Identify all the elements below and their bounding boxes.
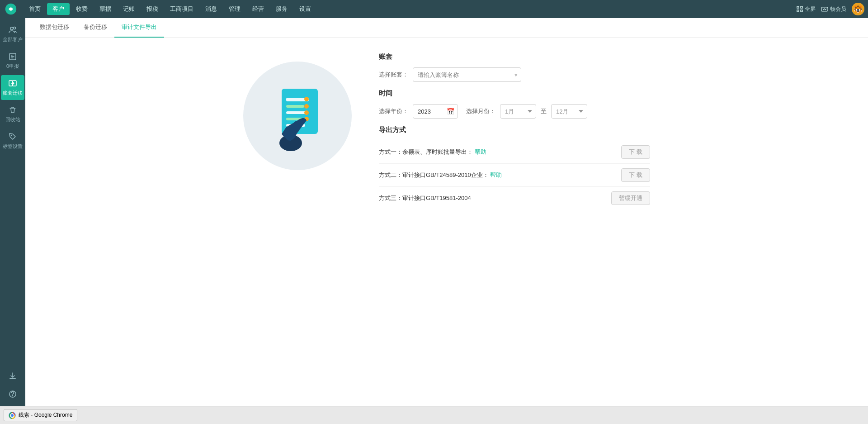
nav-settings[interactable]: 设置 [294,3,316,15]
nav-tax[interactable]: 报税 [141,3,164,15]
svg-rect-4 [797,10,799,12]
taskbar: 线索 - Google Chrome [0,406,868,424]
svg-rect-18 [286,111,307,114]
export-method-3: 方式三：审计接口GB/T19581-2004 暂缓开通 [379,187,650,210]
account-label: 选择账套： [379,71,408,79]
content-area: 数据包迁移 备份迁移 审计文件导出 [25,18,868,406]
export-method-2: 方式二：审计接口GB/T24589-2010企业： 帮助 下 载 [379,164,650,187]
method-1-label: 方式一：余额表、序时账批量导出： [379,148,473,155]
export-method-1: 方式一：余额表、序时账批量导出： 帮助 下 载 [379,141,650,164]
sidebar-item-migrate[interactable]: 账套迁移 [1,75,24,100]
nav-manage[interactable]: 管理 [223,3,246,15]
sidebar-item-download[interactable] [1,368,24,384]
time-row: 选择年份： 📅 选择月份： 1月2月3月4月 5月6月7月8月 9月10月11月… [379,104,650,119]
nav-business[interactable]: 工商项目 [165,3,199,15]
time-section-title: 时间 [379,89,650,98]
nav-items: 首页 客户 收费 票据 记账 报税 工商项目 消息 管理 经营 服务 设置 [24,3,797,15]
fullscreen-button[interactable]: 全屏 [797,5,816,13]
nav-invoice[interactable]: 票据 [94,3,117,15]
svg-rect-2 [797,6,799,8]
svg-rect-17 [286,105,304,108]
year-input[interactable] [413,104,458,119]
account-row: 选择账套： ▾ [379,67,650,82]
sidebar-item-trash[interactable]: 回收站 [1,102,24,127]
export-section-title: 导出方式 [379,126,650,134]
svg-point-22 [304,104,309,109]
sidebar-item-help[interactable] [1,386,24,402]
main-layout: 全部客户 0申报 账套迁移 回收站 [0,18,868,406]
account-section-title: 账套 [379,52,650,61]
nav-operate[interactable]: 经营 [247,3,269,15]
svg-rect-3 [801,6,802,8]
illustration [243,62,352,170]
taskbar-item-label: 线索 - Google Chrome [19,411,72,419]
year-input-wrap: 📅 [413,104,458,119]
method-2-help-link[interactable]: 帮助 [490,172,502,178]
sidebar-item-all-customers[interactable]: 全部客户 [1,22,24,47]
nav-fee[interactable]: 收费 [71,3,93,15]
sidebar-label-zero-report: 0申报 [6,63,19,70]
sidebar-label-all-customers: 全部客户 [3,36,23,43]
svg-point-7 [10,27,13,30]
svg-rect-13 [9,378,16,379]
taskbar-chrome-item[interactable]: 线索 - Google Chrome [4,409,77,421]
method-3-label: 方式三：审计接口GB/T19581-2004 [379,195,471,201]
content-wrapper: 账套 选择账套： ▾ 时间 选择年份： [243,52,650,210]
svg-point-21 [304,97,309,101]
tab-data-migration[interactable]: 数据包迁移 [33,18,76,38]
month-label: 选择月份： [466,107,495,115]
method-2-label: 方式二：审计接口GB/T24589-2010企业： [379,172,489,178]
method-1-download-button[interactable]: 下 载 [621,145,650,159]
svg-rect-5 [801,10,802,12]
month-end-select[interactable]: 1月2月3月4月 5月6月7月8月 9月10月11月12月 [551,104,587,119]
form-panel: 账套 选择账套： ▾ 时间 选择年份： [379,52,650,210]
month-start-select[interactable]: 1月2月3月4月 5月6月7月8月 9月10月11月12月 [500,104,536,119]
sidebar-label-trash: 回收站 [5,116,20,123]
vip-label: 畅会员 [830,5,846,13]
svg-rect-6 [821,7,828,11]
sidebar-bottom [1,368,24,402]
method-1-help-link[interactable]: 帮助 [475,148,486,155]
sidebar-label-migrate: 账套迁移 [3,90,23,96]
avatar[interactable]: 🐯 [852,3,864,15]
sidebar-label-tag: 标签设置 [3,143,23,150]
method-3-open-button[interactable]: 暂缓开通 [611,191,650,205]
svg-point-23 [304,110,309,115]
svg-point-1 [9,8,13,11]
page-content: 账套 选择账套： ▾ 时间 选择年份： [25,38,868,406]
fullscreen-label: 全屏 [805,5,816,13]
svg-point-8 [14,27,16,29]
year-label: 选择年份： [379,107,408,115]
tab-backup-migration[interactable]: 备份迁移 [76,18,114,38]
svg-point-12 [11,135,12,136]
tab-audit-export[interactable]: 审计文件导出 [114,18,164,38]
sidebar: 全部客户 0申报 账套迁移 回收站 [0,18,25,406]
sidebar-item-tag[interactable]: 标签设置 [1,129,24,153]
nav-accounting[interactable]: 记账 [118,3,140,15]
method-2-download-button[interactable]: 下 载 [621,168,650,182]
logo[interactable] [4,2,18,16]
sidebar-item-zero-report[interactable]: 0申报 [1,48,24,73]
nav-message[interactable]: 消息 [200,3,222,15]
nav-home[interactable]: 首页 [24,3,46,15]
svg-point-27 [11,414,14,417]
top-nav: 首页 客户 收费 票据 记账 报税 工商项目 消息 管理 经营 服务 设置 全屏 [0,0,868,18]
vip-button[interactable]: 畅会员 [821,5,846,13]
top-nav-right: 全屏 畅会员 🐯 [797,3,864,15]
month-separator: 至 [541,107,547,115]
tabs-bar: 数据包迁移 备份迁移 审计文件导出 [25,18,868,38]
nav-customer[interactable]: 客户 [47,3,70,15]
account-input[interactable] [413,67,521,82]
nav-service[interactable]: 服务 [270,3,293,15]
